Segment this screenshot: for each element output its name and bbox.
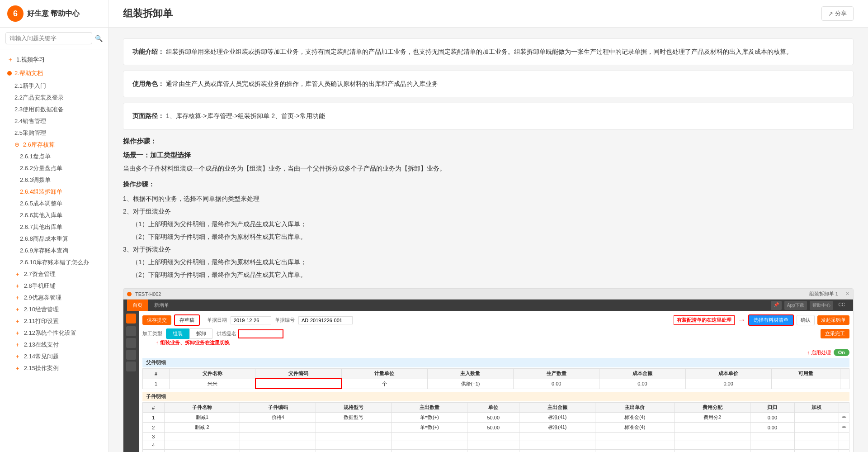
sidebar-item-purchase[interactable]: 2.5采购管理 [0,127,108,139]
expand-icon: ＋ [14,306,20,313]
mock-btn-disassembly[interactable]: 拆卸 [189,328,213,339]
ops-title: 操作步骤： [123,137,854,146]
mock-btn-action1[interactable]: 确认 [797,315,815,325]
expand-icon: ＋ [14,282,20,289]
path-text: 1、库存核算->库存管理->组装拆卸单 2、首页->常用功能 [166,112,325,119]
sidebar-item-inventory-query[interactable]: 2.6.9库存账本查询 [0,245,108,257]
sidebar-item-label: 2.6.2分量盘点单 [20,165,62,171]
mock-nav-home: 自页 [127,300,148,311]
ops-steps: 操作步骤： 1、根据不同的业务，选择不同单据的类型来处理 2、对于组装业务 （1… [123,178,854,281]
share-button[interactable]: ↗ 分享 [821,6,854,21]
mock-btn-confirm[interactable]: 立采完工 [821,329,849,338]
sidebar-item-label: 2.1新手入门 [14,82,46,89]
sidebar-item-assembly[interactable]: 2.6.4组装拆卸单 [0,186,108,198]
sidebar-item-transfer[interactable]: 2.6.3调拨单 [0,174,108,186]
sidebar-item-label: 2.15操作案例 [24,365,59,371]
sidebar-item-coupon[interactable]: ＋ 2.9优惠券管理 [0,292,108,304]
step2-2: （2）下部明细为子件明细，最终作为原材料生成其它出库单。 [123,230,854,243]
step3-1: （1）上部明细为父件明细，最终作为原材料生成其它出库单； [123,256,854,268]
feature-intro-label: 功能介绍： [132,48,164,55]
mock-left-icon-home [126,314,136,324]
sidebar-item-label: 2.6.6其他入库单 [20,212,62,219]
mock-left-icon-1 [126,326,136,336]
search-input[interactable] [5,32,92,44]
screenshot-topbar-name: 组装拆卸单 1 [809,290,838,297]
mock-btn-action2[interactable]: 发起采购单 [817,315,849,325]
expand-icon: ＋ [14,294,20,301]
mock-nav-new[interactable]: 新增单 [149,300,175,311]
sidebar-item-help-docs[interactable]: 2.帮助文档 [0,67,108,80]
sidebar-item-label: 2.2产品安装及登录 [14,94,64,101]
mock-field-date[interactable] [231,316,271,324]
arrow-right-icon: → [737,315,745,325]
sidebar-item-newbie[interactable]: 2.1新手入门 [0,80,108,92]
sidebar-item-label: 2.11打印设置 [24,318,59,324]
sidebar-item-label: 2.4销售管理 [14,118,46,124]
toggle-on[interactable]: On [834,349,849,356]
sidebar-item-online-pay[interactable]: ＋ 2.13在线支付 [0,339,108,351]
screenshot-container: TEST-H002 组装拆卸单 1 ✕ 自页 新增单 📌 App下载 帮助中心 … [123,288,854,452]
mock-field-order-label: 单据编号 [275,317,295,324]
mock-btn-save[interactable]: 保存提交 [142,315,171,325]
search-icon[interactable]: 🔍 [95,35,103,42]
sidebar-item-print[interactable]: ＋ 2.11打印设置 [0,315,108,327]
sidebar-item-label: 2.10经营管理 [24,306,59,313]
scene1-title: 场景一：加工类型选择 [123,151,854,160]
sidebar-item-inventory-count[interactable]: 2.6.1盘点单 [0,151,108,162]
sidebar-item-sales[interactable]: 2.4销售管理 [0,115,108,127]
sidebar-item-partial-count[interactable]: 2.6.2分量盘点单 [0,162,108,174]
sidebar-item-label: 2.6.3调拨单 [20,176,51,183]
sidebar-item-label: 2.3使用前数据准备 [14,106,64,113]
mock-supplier-input[interactable] [238,329,283,338]
sidebar-item-other-inbound[interactable]: 2.6.6其他入库单 [0,209,108,221]
sidebar-item-inventory-error[interactable]: 2.6.10库存账本错了怎么办 [0,257,108,268]
sidebar-item-video-learning[interactable]: ＋ 1.视频学习 [0,53,108,67]
sidebar-item-label: 2.6.7其他出库单 [20,224,62,230]
expand-icon: ＋ [7,56,14,64]
sidebar-item-other-outbound[interactable]: 2.6.7其他出库单 [0,221,108,233]
mock-supplier-label: 供货品名 [217,330,236,337]
sidebar-item-label: 2.12系统个性化设置 [24,329,76,336]
mock-field-order[interactable] [298,316,353,324]
role-block: 使用角色： 通常由生产人员或库管人员完成拆装业务的操作，库管人员确认原材料的出库… [123,71,854,97]
step3-2: （2）下部明细为子件明细，最终作为产成品生成其它入库单。 [123,268,854,281]
mock-type-label: 加工类型 [142,330,162,337]
share-icon: ↗ [828,10,833,17]
sidebar-item-customization[interactable]: ＋ 2.12系统个性化设置 [0,327,108,339]
mock-btn-bom[interactable]: 选择有料材清单 [748,314,794,326]
sidebar-item-install[interactable]: 2.2产品安装及登录 [0,92,108,104]
sidebar-item-label: 2.5采购管理 [14,129,46,136]
sidebar-item-finance[interactable]: ＋ 2.7资金管理 [0,268,108,280]
main-content: 组装拆卸单 ↗ 分享 功能介绍： 组装拆卸单用来处理企业组装或拆卸等加工业务，支… [108,0,868,452]
expand-icon: ＋ [14,329,20,336]
lower-section-header: 子件明细 [142,392,849,401]
sidebar-item-label: 2.6.9库存账本查询 [20,247,68,254]
upper-section-header: 父件明细 [142,358,849,367]
sidebar-item-operations[interactable]: ＋ 2.10经营管理 [0,304,108,315]
step2-1: （1）上部明细为父件明细，最终作为产成品生成其它入库单； [123,218,854,230]
expand-icon: ＋ [14,365,20,371]
mock-nav-icon1: 📌 [771,301,782,310]
sidebar-item-data-prep[interactable]: 2.3使用前数据准备 [0,104,108,115]
feature-intro-text: 组装拆卸单用来处理企业组装或拆卸等加工业务，支持有固定装配清单的产品加工业务，也… [166,48,793,55]
page-title: 组装拆卸单 [123,7,173,20]
mock-field-date-label: 单据日期 [207,317,227,324]
role-label: 使用角色： [132,80,164,87]
mock-user-icon: CC [836,301,848,310]
ops-steps-title: 操作步骤： [123,178,854,190]
brand-name: 好生意 帮助中心 [27,9,80,19]
content-area: 功能介绍： 组装拆卸单用来处理企业组装或拆卸等加工业务，支持有固定装配清单的产品… [108,28,868,452]
mock-btn-assembly[interactable]: 组装 [166,328,189,339]
sidebar-item-mobile[interactable]: ＋ 2.8手机旺铺 [0,280,108,292]
path-label: 页面路径： [132,112,164,119]
sidebar-item-cases[interactable]: ＋ 2.15操作案例 [0,362,108,374]
sidebar-item-inventory[interactable]: ⊖ 2.6库存核算 [0,139,108,151]
sidebar-item-cost-recalc[interactable]: 2.6.8商品成本重算 [0,233,108,245]
sidebar-item-cost-adjust[interactable]: 2.6.5成本调整单 [0,198,108,209]
mock-btn-draft[interactable]: 存草稿 [174,314,200,326]
sidebar-header: 6 好生意 帮助中心 [0,0,108,28]
sidebar-item-label: 2.9优惠券管理 [24,294,61,301]
search-box: 🔍 [0,28,108,49]
path-block: 页面路径： 1、库存核算->库存管理->组装拆卸单 2、首页->常用功能 [123,103,854,129]
sidebar-item-faq[interactable]: ＋ 2.14常见问题 [0,351,108,362]
